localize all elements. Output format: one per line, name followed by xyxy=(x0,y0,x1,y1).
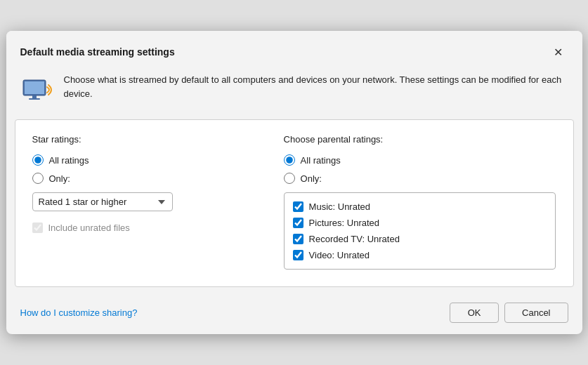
include-unrated-checkbox[interactable] xyxy=(32,223,43,233)
star-ratings-column: Star ratings: All ratings Only: Rated 1 … xyxy=(32,134,284,270)
title-bar: Default media streaming settings ✕ xyxy=(6,31,582,67)
star-rating-dropdown[interactable]: Rated 1 star or higher Rated 2 stars or … xyxy=(32,192,173,211)
cancel-button[interactable]: Cancel xyxy=(504,303,568,323)
parental-items-list: Music: Unrated Pictures: Unrated Recorde… xyxy=(284,192,556,270)
list-item[interactable]: Pictures: Unrated xyxy=(293,215,547,231)
list-item[interactable]: Recorded TV: Unrated xyxy=(293,231,547,247)
include-unrated-option: Include unrated files xyxy=(32,223,270,233)
svg-rect-3 xyxy=(29,98,40,100)
include-unrated-label: Include unrated files xyxy=(48,223,130,233)
star-all-ratings-radio[interactable] xyxy=(32,154,44,166)
parental-only-label: Only: xyxy=(301,173,322,184)
video-unrated-label: Video: Unrated xyxy=(309,250,370,260)
parental-only-radio[interactable] xyxy=(284,173,295,184)
music-unrated-label: Music: Unrated xyxy=(309,201,370,212)
star-all-ratings-option[interactable]: All ratings xyxy=(32,154,270,166)
parental-all-ratings-label: All ratings xyxy=(301,155,341,166)
parental-ratings-column: Choose parental ratings: All ratings Onl… xyxy=(284,134,556,270)
footer: How do I customize sharing? OK Cancel xyxy=(6,296,582,334)
main-content: Star ratings: All ratings Only: Rated 1 … xyxy=(15,119,574,287)
video-unrated-checkbox[interactable] xyxy=(293,250,303,260)
pictures-unrated-checkbox[interactable] xyxy=(293,218,303,228)
header-text: Choose what is streamed by default to al… xyxy=(64,73,566,100)
list-item[interactable]: Video: Unrated xyxy=(293,247,547,263)
star-ratings-label: Star ratings: xyxy=(32,134,270,145)
parental-ratings-label: Choose parental ratings: xyxy=(284,134,556,145)
ok-button[interactable]: OK xyxy=(450,303,499,323)
parental-only-option[interactable]: Only: xyxy=(284,173,556,184)
dialog: Default media streaming settings ✕ Choos… xyxy=(6,31,582,334)
recorded-tv-unrated-label: Recorded TV: Unrated xyxy=(309,234,400,244)
star-dropdown-wrapper: Rated 1 star or higher Rated 2 stars or … xyxy=(32,192,270,211)
list-item[interactable]: Music: Unrated xyxy=(293,199,547,215)
streaming-icon xyxy=(20,74,54,108)
recorded-tv-unrated-checkbox[interactable] xyxy=(293,234,303,244)
parental-all-ratings-radio[interactable] xyxy=(284,154,295,166)
help-link[interactable]: How do I customize sharing? xyxy=(20,307,138,318)
star-all-ratings-label: All ratings xyxy=(49,155,89,166)
star-only-label: Only: xyxy=(49,173,70,184)
star-only-radio[interactable] xyxy=(32,173,44,184)
music-unrated-checkbox[interactable] xyxy=(293,201,303,212)
svg-rect-1 xyxy=(25,81,44,94)
parental-all-ratings-option[interactable]: All ratings xyxy=(284,154,556,166)
close-button[interactable]: ✕ xyxy=(549,42,568,62)
star-only-option[interactable]: Only: xyxy=(32,173,270,184)
footer-buttons: OK Cancel xyxy=(450,303,568,323)
dialog-title: Default media streaming settings xyxy=(20,46,175,58)
pictures-unrated-label: Pictures: Unrated xyxy=(309,218,379,228)
header-section: Choose what is streamed by default to al… xyxy=(6,67,582,119)
